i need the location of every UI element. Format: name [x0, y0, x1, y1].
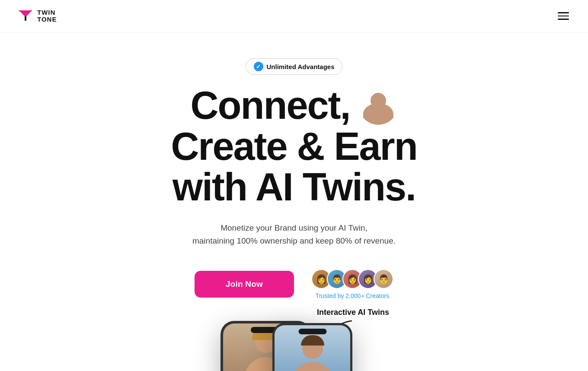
hero-heading: Connect, Create & Earn with AI Twins.: [171, 85, 417, 208]
heading-line-2: Create & Earn: [171, 126, 417, 167]
logo-line1: TWIN: [37, 9, 57, 16]
hamburger-line-2: [558, 16, 569, 17]
person-body-2: [292, 362, 333, 371]
phone-mockup-2: [272, 323, 352, 371]
person-hair-2: [301, 335, 324, 346]
menu-button[interactable]: [556, 10, 571, 22]
trusted-section: 👩 👨 👩 👩 👨 Trusted by 2,000+ Creators: [311, 269, 393, 299]
hamburger-line-1: [558, 12, 569, 13]
header: TWIN TONE: [0, 0, 588, 32]
svg-marker-1: [19, 10, 32, 17]
creator-avatar-5: 👨: [374, 269, 393, 289]
badge-label: Unlimited Advantages: [267, 63, 335, 70]
hero-subtitle: Monetize your Brand using your AI Twin, …: [192, 222, 396, 248]
creator-face-5: 👨: [374, 270, 393, 288]
logo-text: TWIN TONE: [37, 9, 57, 23]
heading-line-3: with AI Twins.: [171, 167, 417, 208]
heading-connect: Connect,: [190, 85, 350, 126]
phone-mockup-area: Interactive AI Twins: [186, 308, 402, 371]
checkmark-icon: [254, 62, 263, 71]
creator-avatars: 👩 👨 👩 👩 👨: [311, 269, 393, 289]
ai-twins-label: Interactive AI Twins: [317, 308, 389, 317]
trusted-label: Trusted by 2,000+ Creators: [316, 292, 389, 299]
logo[interactable]: TWIN TONE: [17, 8, 57, 24]
hamburger-line-3: [558, 19, 569, 20]
subtitle-line2: maintaining 100% ownership and keep 80% …: [192, 236, 396, 245]
svg-rect-2: [25, 16, 26, 21]
subtitle-line1: Monetize your Brand using your AI Twin,: [220, 223, 368, 232]
phone-notch-2: [298, 329, 326, 334]
unlimited-advantages-badge: Unlimited Advantages: [246, 58, 343, 75]
heading-line-1: Connect,: [171, 85, 417, 126]
phone-person-2: [284, 332, 341, 371]
cta-section: Join Now 👩 👨 👩 👩 👨 Trusted by: [195, 269, 393, 299]
join-now-button[interactable]: Join Now: [195, 271, 294, 298]
hero-avatar-image: [359, 86, 398, 125]
main-content: Unlimited Advantages Connect, Create & E…: [0, 32, 588, 371]
logo-icon: [17, 8, 34, 24]
hero-avatar: [359, 86, 398, 125]
logo-line2: TONE: [37, 16, 57, 23]
